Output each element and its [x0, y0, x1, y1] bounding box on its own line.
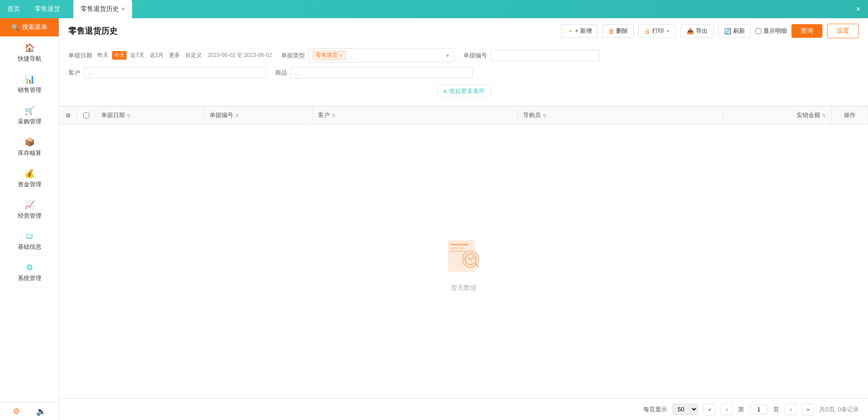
sidebar-item-sales-mgmt[interactable]: 📊 销售管理	[0, 68, 59, 99]
finance-icon: 💰	[25, 169, 35, 179]
sidebar-search-label: 搜索菜单	[22, 23, 47, 31]
filter-goods-select[interactable]: ...	[291, 67, 473, 78]
collapse-button[interactable]: ∧ 收起更多条件	[437, 85, 491, 97]
print-label: 打印	[652, 27, 664, 35]
add-icon: ＋	[567, 27, 573, 35]
collapse-label: 收起更多条件	[449, 87, 485, 95]
th-amount-sort-icon: ⇅	[822, 113, 826, 118]
th-checkbox[interactable]	[77, 113, 96, 118]
table-area: ⚙ 单据日期 ⇅ 单据编号 ⇅ 客户 ⇅ 导购员	[59, 106, 868, 398]
shortcut-today[interactable]: 今天	[112, 51, 127, 60]
add-button[interactable]: ＋ + 新增	[561, 24, 598, 38]
delete-button[interactable]: 🗑 删除	[602, 24, 634, 38]
refresh-button[interactable]: 🔄 刷新	[718, 24, 751, 38]
toolbar: ＋ + 新增 🗑 删除 🖨 打印 ▼ 📤 导出	[561, 24, 859, 38]
th-customer-label: 客户	[318, 111, 330, 119]
shortcut-last7[interactable]: 近7天	[128, 51, 146, 60]
th-customer[interactable]: 客户 ⇅	[313, 107, 518, 124]
setting-button[interactable]: 设置	[827, 24, 859, 38]
page-input[interactable]	[750, 405, 768, 414]
tab-retail-return-close[interactable]: ×	[63, 6, 66, 12]
page-size-select[interactable]: 50 100 200	[673, 404, 698, 415]
sidebar-item-system-mgmt[interactable]: ⚙ 系统管理	[0, 256, 59, 287]
sidebar: 🔍 搜索菜单 🏠 快捷导航 📊 销售管理 🛒 采购管理 📦 库存核算 💰	[0, 18, 59, 420]
query-label: 查询	[801, 27, 813, 34]
shortcut-yesterday[interactable]: 昨天	[96, 51, 110, 60]
filter-goods-ellipsis: ...	[295, 69, 300, 76]
basic-info-icon: 🗂	[26, 231, 34, 241]
select-all-checkbox[interactable]	[83, 113, 89, 118]
sidebar-item-quick-nav[interactable]: 🏠 快捷导航	[0, 36, 59, 68]
export-button[interactable]: 📤 导出	[681, 24, 714, 38]
sidebar-bottom: ⚙ 🔉	[0, 402, 59, 420]
empty-illustration	[441, 231, 487, 277]
sidebar-item-operation[interactable]: 📈 经营管理	[0, 194, 59, 225]
th-doc-no[interactable]: 单据编号 ⇅	[204, 107, 313, 124]
volume-icon[interactable]: 🔉	[36, 406, 46, 416]
sidebar-search[interactable]: 🔍 搜索菜单	[0, 18, 59, 36]
settings-bottom-icon[interactable]: ⚙	[13, 406, 20, 416]
sidebar-nav: 🏠 快捷导航 📊 销售管理 🛒 采购管理 📦 库存核算 💰 资金管理 📈	[0, 36, 59, 402]
page-label: 第	[738, 405, 744, 414]
th-doc-date-label: 单据日期	[101, 111, 125, 119]
shortcut-more[interactable]: 更多	[167, 51, 182, 60]
filter-doc-type-select[interactable]: 零售退货 × ... ▼	[308, 48, 454, 62]
th-settings[interactable]: ⚙	[59, 112, 77, 119]
page-next-button[interactable]: ›	[785, 404, 796, 415]
th-guide[interactable]: 导购员 ⇅	[518, 107, 723, 124]
show-detail-checkbox[interactable]: 显示明细	[755, 27, 787, 35]
filter-date-label: 单据日期	[68, 51, 92, 60]
filter-doc-type-ellipsis: ...	[349, 52, 354, 59]
sales-icon: 📊	[25, 74, 35, 84]
filter-customer-select[interactable]: ...	[84, 67, 266, 78]
sidebar-item-purchase-mgmt-label: 采购管理	[18, 118, 41, 126]
delete-label: 删除	[616, 27, 628, 35]
sidebar-item-operation-label: 经营管理	[18, 212, 41, 220]
th-actions: 操作	[832, 107, 868, 124]
pagination-bar: 每页显示 50 100 200 « ‹ 第 页 › » 共0页, 0条记录	[59, 398, 868, 420]
table-body: 暂无数据	[59, 124, 868, 398]
sidebar-item-finance[interactable]: 💰 资金管理	[0, 162, 59, 194]
sidebar-item-finance-label: 资金管理	[18, 180, 41, 189]
date-range-value: 2023-06-02 至 2023-06-02	[207, 51, 272, 59]
filter-area: 单据日期 昨天 今天 近7天 近1月 更多 自定义 2023-06-02 至 2…	[68, 44, 859, 106]
content-header: 零售退货历史 ＋ + 新增 🗑 删除 🖨 打印 ▼	[59, 18, 868, 106]
system-icon: ⚙	[26, 262, 33, 272]
print-icon: 🖨	[644, 28, 650, 35]
empty-text: 暂无数据	[451, 284, 477, 292]
tab-retail-return-label: 零售退货	[35, 5, 60, 13]
filter-doc-no-input[interactable]	[491, 50, 600, 61]
shortcut-custom[interactable]: 自定义	[184, 51, 204, 60]
top-bar: 首页 零售退货 × 零售退货历史 × ×	[0, 0, 868, 18]
tab-retail-return-history-close[interactable]: ×	[122, 6, 125, 12]
sidebar-item-basic-info-label: 基础信息	[18, 243, 41, 251]
page-prev-button[interactable]: ‹	[721, 404, 733, 415]
operation-icon: 📈	[25, 200, 35, 210]
empty-state: 暂无数据	[441, 231, 487, 292]
th-doc-date[interactable]: 单据日期 ⇅	[96, 107, 204, 124]
search-icon: 🔍	[11, 24, 19, 31]
filter-doc-type-tag-label: 零售退货	[316, 51, 338, 59]
th-guide-label: 导购员	[523, 111, 541, 119]
show-detail-input[interactable]	[755, 28, 761, 34]
page-last-button[interactable]: »	[802, 404, 814, 415]
th-amount[interactable]: 实销金额 ⇅	[723, 107, 832, 124]
page-size-label: 每页显示	[643, 405, 667, 414]
filter-doc-type-tag-close[interactable]: ×	[339, 52, 343, 59]
th-doc-no-sort-icon: ⇅	[235, 113, 239, 118]
print-button[interactable]: 🖨 打印 ▼	[638, 24, 676, 38]
tab-home[interactable]: 首页	[0, 0, 27, 18]
page-first-button[interactable]: «	[704, 404, 715, 415]
sidebar-item-basic-info[interactable]: 🗂 基础信息	[0, 225, 59, 256]
filter-doc-type: 单据类型 零售退货 × ... ▼	[281, 48, 454, 62]
filter-doc-no: 单据编号	[463, 50, 600, 61]
tab-retail-return[interactable]: 零售退货 ×	[27, 0, 73, 18]
window-close-button[interactable]: ×	[848, 5, 868, 14]
sidebar-item-purchase-mgmt[interactable]: 🛒 采购管理	[0, 99, 59, 131]
shortcut-last1month[interactable]: 近1月	[148, 51, 166, 60]
query-button[interactable]: 查询	[791, 24, 822, 38]
sidebar-item-sales-mgmt-label: 销售管理	[18, 86, 41, 94]
sidebar-item-inventory[interactable]: 📦 库存核算	[0, 131, 59, 162]
th-doc-no-label: 单据编号	[210, 111, 233, 119]
tab-retail-return-history[interactable]: 零售退货历史 ×	[73, 0, 132, 18]
